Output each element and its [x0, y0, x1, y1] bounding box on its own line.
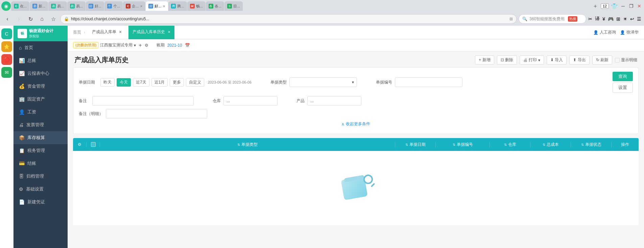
- yesterday-btn[interactable]: 昨天: [100, 78, 115, 87]
- user-profile[interactable]: 👤 徐泽华: [620, 29, 639, 35]
- th-date[interactable]: ⇅ 单据日期: [395, 142, 436, 148]
- browser-tab-6[interactable]: 个 个...: [104, 1, 123, 11]
- nav-item-fund-management[interactable]: 💰 资金管理: [14, 80, 68, 93]
- restore-button[interactable]: ❐: [628, 3, 635, 9]
- bookmark-button[interactable]: ☆: [49, 14, 58, 24]
- translate-icon[interactable]: 译: [595, 16, 600, 22]
- add-button[interactable]: + 新增: [475, 55, 494, 65]
- th-type[interactable]: ⇅ 单据类型: [100, 142, 395, 148]
- calendar-icon[interactable]: 📅: [185, 43, 190, 48]
- more-date-btn[interactable]: 更多: [170, 78, 184, 87]
- nav-item-cloud-report[interactable]: 📈 云报表中心: [14, 67, 68, 80]
- nav-item-archive[interactable]: 🗄 归档管理: [14, 170, 68, 183]
- th-settings[interactable]: ⚙: [73, 142, 87, 147]
- browser-tab-4[interactable]: 易 易...: [67, 1, 86, 11]
- th-number[interactable]: ⇅ 单据编号: [436, 142, 490, 148]
- refresh-button[interactable]: ↻: [26, 14, 35, 24]
- home-button[interactable]: ⌂: [37, 14, 47, 24]
- period-value-text[interactable]: 2021-10: [167, 43, 182, 48]
- browser-tab-11[interactable]: 各 各...: [206, 1, 224, 11]
- custom-date-btn[interactable]: 自定义: [186, 78, 204, 87]
- th-cost[interactable]: ⇅ 总成本: [530, 142, 571, 148]
- grid-icon[interactable]: ⊞: [616, 16, 620, 22]
- nav-item-home[interactable]: ⌂ 首页: [14, 41, 68, 54]
- th-warehouse[interactable]: ⇅ 仓库: [490, 142, 530, 148]
- delete-button[interactable]: ⊡ 删除: [497, 55, 517, 65]
- browser-app-icon-2[interactable]: ⭐: [1, 41, 12, 52]
- today-btn[interactable]: 今天: [117, 78, 131, 87]
- browser-tab-7[interactable]: C 企... ✕: [123, 1, 145, 11]
- tab-link-voucher-history-close[interactable]: ✕: [168, 30, 170, 34]
- browser-tab-9[interactable]: 腾 腾...: [168, 1, 187, 11]
- browser-tab-12[interactable]: S 目...: [224, 1, 243, 11]
- tab-close-7[interactable]: ✕: [140, 4, 143, 8]
- browser-tab-5[interactable]: 好 好...: [86, 1, 104, 11]
- nav-item-new-voucher[interactable]: 📄 新建凭证: [14, 196, 68, 208]
- browser-app-icon-4[interactable]: ✉: [1, 67, 12, 78]
- nav-item-general-ledger[interactable]: 📊 总账: [14, 54, 68, 67]
- refresh-button[interactable]: ↻ 刷新: [592, 55, 612, 65]
- query-button[interactable]: 查询: [613, 72, 633, 81]
- user-service-btn[interactable]: 👤 人工咨询: [593, 29, 616, 35]
- nav-item-payroll[interactable]: 👤 工资: [14, 106, 68, 118]
- nav-item-basic-settings[interactable]: ⚙ 基础设置: [14, 183, 68, 196]
- new-tab-button[interactable]: ＋: [591, 2, 599, 10]
- browser-tab-10[interactable]: M 畅...: [187, 1, 206, 11]
- browser-tab-8[interactable]: 好 好... ✕: [146, 1, 168, 11]
- share-icon[interactable]: ⊞: [509, 17, 513, 21]
- browser-shirt-icon[interactable]: 👕: [610, 2, 618, 10]
- product-select[interactable]: ...: [307, 96, 361, 106]
- settings-button[interactable]: 设置: [613, 83, 633, 93]
- company-select[interactable]: (勿删勿禁用) 江西服宝测试专用 ▾: [73, 42, 136, 48]
- show-columns-checkbox[interactable]: [615, 58, 620, 63]
- print-button[interactable]: 🖨 打印 ▾: [520, 55, 544, 65]
- minimize-button[interactable]: ─: [620, 3, 626, 9]
- note-detail-input[interactable]: [106, 109, 207, 118]
- address-input-container[interactable]: 🔒 https://cloud.chanjet.com/accounting/u…: [60, 14, 517, 24]
- nav-item-settlement[interactable]: 💳 结账: [14, 157, 68, 170]
- nav-item-fixed-assets[interactable]: 🏢 固定资产: [14, 93, 68, 106]
- search-bar[interactable]: 🔍 360智能抠图免费用 热搜: [519, 14, 586, 24]
- note-input[interactable]: [92, 96, 194, 106]
- tab-link-voucher-list[interactable]: 产成品入库单 ✕: [88, 26, 126, 39]
- th-status[interactable]: ⇅ 单据状态: [571, 142, 612, 148]
- browser-tab-3[interactable]: 易 易...: [48, 1, 67, 11]
- voucher-number-input[interactable]: [395, 77, 462, 87]
- nav-item-tax[interactable]: 📋 税务管理: [14, 144, 68, 157]
- header-checkbox[interactable]: [91, 142, 96, 147]
- browser-tab-1[interactable]: C 在...: [11, 1, 29, 11]
- forward-button[interactable]: ›: [14, 14, 24, 24]
- browser-app-icon-1[interactable]: C: [1, 28, 12, 39]
- last1month-btn[interactable]: 近1月: [151, 78, 168, 87]
- brightness-icon[interactable]: ☀: [623, 16, 627, 22]
- nav-item-invoice[interactable]: 🖨 发票管理: [14, 118, 68, 131]
- company-settings-icon[interactable]: ⚙: [145, 43, 148, 48]
- last7days-btn[interactable]: 近7天: [133, 78, 149, 87]
- game-icon[interactable]: 🎮: [608, 16, 614, 22]
- collapse-button[interactable]: ∧ 收起更多条件: [341, 121, 370, 127]
- voucher-type-select[interactable]: ▾: [289, 77, 357, 87]
- tab-close-8[interactable]: ✕: [163, 4, 165, 8]
- brand-header[interactable]: 畅 畅捷通好会计 旗舰版: [14, 26, 68, 41]
- show-columns-toggle[interactable]: 显示明细: [615, 57, 637, 63]
- scissors-icon[interactable]: ✂: [588, 16, 592, 22]
- import-button[interactable]: ⬇ 导入: [547, 55, 567, 65]
- breadcrumb-home[interactable]: 首页: [73, 29, 81, 35]
- export-button[interactable]: ⬆ 导出: [569, 55, 589, 65]
- browser-logo[interactable]: ◉: [1, 1, 11, 11]
- browser-app-icon-3[interactable]: 🔴: [1, 54, 12, 65]
- tab-link-voucher-list-close[interactable]: ✕: [119, 30, 122, 34]
- menu-icon[interactable]: ☰: [637, 16, 641, 22]
- undo-icon[interactable]: ↩: [630, 16, 634, 22]
- magnify-handle: [371, 183, 375, 187]
- tab-link-voucher-history[interactable]: 产成品入库单历史 ✕: [128, 26, 174, 39]
- browser-tab-2[interactable]: 新 新...: [30, 1, 48, 11]
- tab-counter[interactable]: 12: [601, 3, 609, 9]
- close-button[interactable]: ✕: [636, 3, 643, 9]
- add-company-button[interactable]: +: [139, 42, 142, 48]
- warehouse-select[interactable]: ...: [223, 96, 278, 106]
- th-checkbox[interactable]: [87, 142, 100, 147]
- nav-item-inventory[interactable]: 📦 库存核算: [14, 131, 68, 144]
- currency-icon[interactable]: ¥: [602, 16, 605, 22]
- back-button[interactable]: ‹: [3, 14, 12, 24]
